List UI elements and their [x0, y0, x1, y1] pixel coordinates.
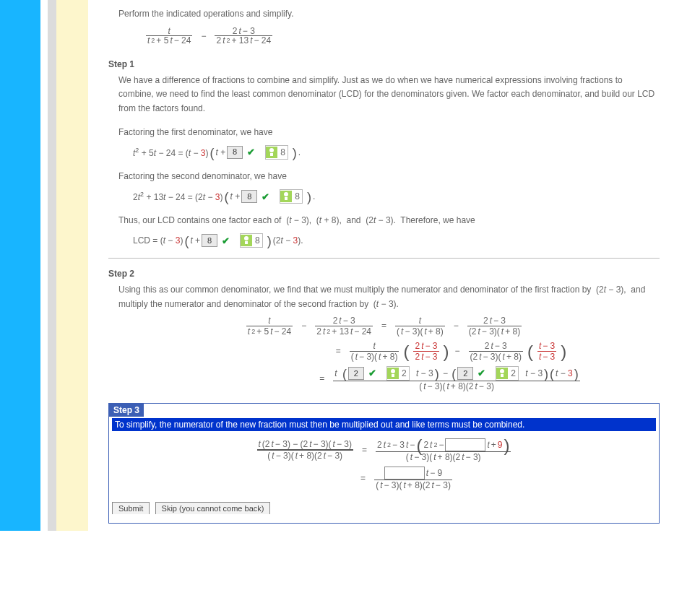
step3-line1: t(2t − 3) − (2t − 3)(t − 3) (t − 3)(t + … [109, 438, 659, 462]
check-icon: ✔ [368, 368, 376, 378]
button-row: Submit Skip (you cannot come back) [112, 502, 659, 514]
step1-lcd-expr: LCD = (t − 3) (t + 8 ✔ 8 ) (2t − 3). [133, 233, 660, 248]
question-block: Perform the indicated operations and sim… [118, 7, 660, 45]
check-icon: ✔ [222, 236, 230, 246]
step2-line3: = t ( 2 ✔ 2 t − 3 ) − ( 2 ✔ 2 t − 3 ) (t… [108, 366, 660, 391]
minus-sign: − [201, 32, 206, 40]
lightbulb-icon [280, 191, 292, 202]
content-area: Perform the indicated operations and sim… [88, 0, 674, 531]
question-prompt: Perform the indicated operations and sim… [118, 7, 660, 21]
skip-button[interactable]: Skip (you cannot come back) [155, 502, 271, 514]
step1-factor1-expr: t2 + 5t − 24 = (t − 3) (t + 8 ✔ 8 ). [133, 145, 660, 160]
step2-input1[interactable]: 2 [348, 367, 364, 380]
lightbulb-icon [266, 147, 277, 158]
step3-line2: = t − 9 (t − 3)(t + 8)(2t − 3) [109, 467, 659, 490]
lightbulb-icon [241, 235, 252, 246]
lightbulb-icon [387, 368, 399, 379]
step3-input1[interactable] [445, 438, 485, 451]
step2-title: Step 2 [108, 269, 660, 279]
check-icon: ✔ [262, 192, 269, 201]
step1-factor1-input[interactable]: 8 [227, 146, 243, 159]
divider-bar [48, 0, 56, 531]
question-expression: t t2 + 5t − 24 − 2t − 3 2t2 + 13t − 24 [143, 27, 660, 45]
step1-intro: We have a difference of fractions to com… [118, 74, 660, 116]
step2-hint1[interactable]: 2 [386, 366, 410, 381]
step1-factor2-hint[interactable]: 8 [280, 189, 303, 204]
step3-box: Step 3 To simplify, the numerator of the… [108, 403, 660, 524]
submit-button[interactable]: Submit [112, 502, 150, 514]
step2-input2[interactable]: 2 [457, 367, 473, 380]
step1-factor2-expr: 2t2 + 13t − 24 = (2t − 3) (t + 8 ✔ 8 ). [133, 189, 660, 204]
question-frac1: t t2 + 5t − 24 [146, 27, 192, 45]
step1-lcd-input[interactable]: 8 [202, 234, 217, 247]
divider [108, 258, 660, 259]
step3-title: Step 3 [109, 404, 144, 417]
step2-hint2[interactable]: 2 [496, 366, 519, 381]
step1-factor1-hint[interactable]: 8 [265, 145, 288, 160]
check-icon: ✔ [247, 147, 255, 157]
step1-lcd-hint[interactable]: 8 [240, 233, 263, 248]
step1-factor1-intro: Factoring the first denominator, we have [118, 126, 660, 139]
step1-title: Step 1 [108, 59, 660, 69]
check-icon: ✔ [478, 368, 485, 378]
step1-factor2-intro: Factoring the second denominator, we hav… [118, 170, 660, 183]
step2-line2: = t(t − 3)(t + 8) ( 2t − 32t − 3 ) − 2t … [108, 341, 660, 362]
window-left-accent [0, 0, 40, 531]
step2-intro: Using this as our common denominator, we… [118, 283, 660, 311]
step1-factor2-input[interactable]: 8 [241, 190, 257, 203]
margin-bar [56, 0, 88, 531]
step1-lcd-intro: Thus, our LCD contains one factor each o… [118, 214, 660, 227]
step2-line1: tt2 + 5t − 24 − 2t − 32t2 + 13t − 24 = t… [108, 316, 660, 337]
lightbulb-icon [496, 368, 508, 379]
question-frac2: 2t − 3 2t2 + 13t − 24 [215, 27, 272, 45]
step3-highlight: To simplify, the numerator of the new fr… [112, 418, 656, 431]
step3-input2[interactable] [384, 467, 425, 480]
